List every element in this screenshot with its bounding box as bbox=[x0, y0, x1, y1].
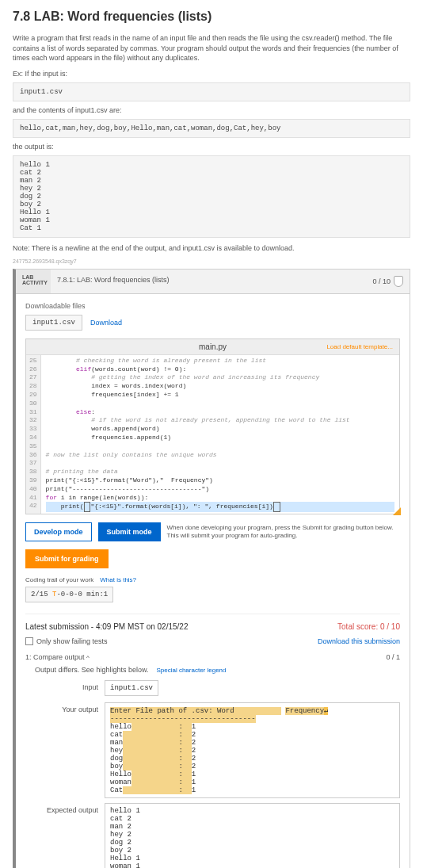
output-differs-label: Output differs. See highlights below. bbox=[35, 666, 148, 674]
test-score: 0 / 1 bbox=[386, 653, 400, 661]
example-input-label: Ex: If the input is: bbox=[13, 70, 410, 78]
shield-icon bbox=[394, 276, 403, 287]
input-box: input1.csv bbox=[105, 680, 158, 696]
caret-up-icon: ^ bbox=[86, 654, 90, 661]
your-output-box: Enter File path of .csv: Word Frequency↵… bbox=[105, 702, 400, 798]
only-failing-label: Only show failing tests bbox=[36, 637, 108, 645]
editor-filename: main.py bbox=[199, 342, 227, 351]
what-is-this-link[interactable]: What is this? bbox=[100, 576, 136, 583]
input-label: Input bbox=[35, 680, 98, 691]
submit-for-grading-button[interactable]: Submit for grading bbox=[25, 549, 109, 568]
activity-title: 7.8.1: LAB: Word frequencies (lists) bbox=[51, 270, 366, 293]
output-label: the output is: bbox=[13, 143, 410, 151]
editor-header: main.py Load default template... bbox=[26, 339, 399, 355]
activity-type-line2: ACTIVITY bbox=[22, 280, 48, 285]
lab-activity-card: LAB ACTIVITY 7.8.1: LAB: Word frequencie… bbox=[13, 269, 410, 868]
small-id: 247752.2693548.qx3zqy7 bbox=[13, 258, 410, 264]
latest-submission-title: Latest submission - 4:09 PM MST on 02/15… bbox=[25, 622, 188, 631]
total-score: Total score: 0 / 10 bbox=[337, 622, 400, 631]
coding-trail-box: 2/15 T-0-0-0 min:1 bbox=[25, 587, 113, 602]
mode-help-text: When done developing your program, press… bbox=[167, 524, 400, 541]
expected-output-box: hello 1 cat 2 man 2 hey 2 dog 2 boy 2 He… bbox=[105, 803, 400, 868]
only-failing-checkbox[interactable]: Only show failing tests bbox=[25, 637, 108, 645]
test-name: 1: Compare output bbox=[25, 653, 85, 661]
editor-code-area[interactable]: # checking the word is already present i… bbox=[41, 355, 399, 514]
load-default-template-link[interactable]: Load default template... bbox=[326, 343, 393, 350]
activity-type-line1: LAB bbox=[22, 274, 33, 280]
note-text: Note: There is a newline at the end of t… bbox=[13, 244, 410, 252]
page-title: 7.8 LAB: Word frequencies (lists) bbox=[13, 10, 410, 24]
output-box: hello 1 cat 2 man 2 hey 2 dog 2 boy 2 He… bbox=[13, 155, 410, 238]
activity-score-text: 0 / 10 bbox=[372, 277, 391, 285]
activity-header: LAB ACTIVITY 7.8.1: LAB: Word frequencie… bbox=[16, 270, 410, 294]
download-link[interactable]: Download bbox=[90, 319, 122, 327]
intro-text: Write a program that first reads in the … bbox=[13, 33, 410, 63]
develop-mode-button[interactable]: Develop mode bbox=[25, 522, 92, 541]
your-output-label: Your output bbox=[35, 702, 98, 713]
test-toggle[interactable]: 1: Compare output ^ 0 / 1 bbox=[25, 653, 400, 661]
trail-post: -0-0-0 min:1 bbox=[56, 591, 108, 598]
contents-box: hello,cat,man,hey,dog,boy,Hello,man,cat,… bbox=[13, 119, 410, 138]
downloadable-files-label: Downloadable files bbox=[25, 302, 400, 310]
file-chip: input1.csv bbox=[25, 315, 82, 331]
editor-gutter: 25 26 27 28 29 30 31 32 33 34 35 36 37 3… bbox=[26, 355, 41, 514]
code-editor[interactable]: main.py Load default template... 25 26 2… bbox=[25, 338, 400, 514]
download-submission-link[interactable]: Download this submission bbox=[318, 637, 400, 645]
resize-handle-icon[interactable] bbox=[393, 507, 401, 515]
activity-score: 0 / 10 bbox=[366, 270, 410, 293]
checkbox-icon[interactable] bbox=[25, 637, 33, 645]
coding-trail-label: Coding trail of your work bbox=[25, 576, 93, 583]
expected-output-label: Expected output bbox=[35, 803, 98, 814]
trail-pre: 2/15 bbox=[31, 591, 52, 598]
submit-mode-button[interactable]: Submit mode bbox=[98, 522, 161, 541]
activity-type-badge: LAB ACTIVITY bbox=[16, 270, 51, 293]
contents-label: and the contents of input1.csv are: bbox=[13, 106, 410, 114]
special-char-legend-link[interactable]: Special character legend bbox=[156, 667, 226, 674]
example-input-box: input1.csv bbox=[13, 82, 410, 101]
